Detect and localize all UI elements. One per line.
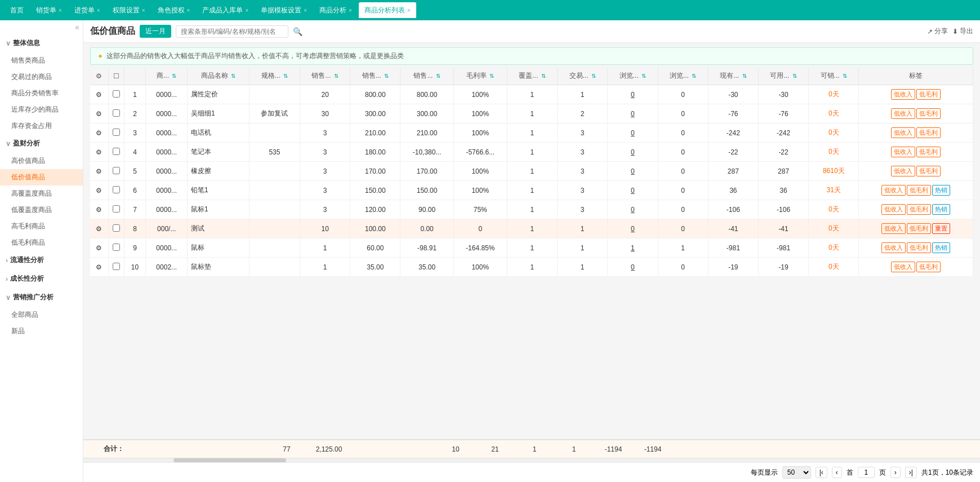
collapse-icon[interactable]: «: [75, 23, 79, 32]
prev-page-button[interactable]: ‹: [832, 467, 842, 478]
nav-close-icon[interactable]: ×: [97, 7, 100, 14]
cell-settings[interactable]: ⚙: [90, 104, 108, 123]
row-checkbox[interactable]: [113, 263, 120, 270]
search-icon[interactable]: 🔍: [293, 27, 302, 36]
nav-item-销货单[interactable]: 销货单×: [30, 2, 68, 18]
cell-settings[interactable]: ⚙: [90, 238, 108, 258]
nav-item-单据模板设置[interactable]: 单据模板设置×: [255, 2, 313, 18]
cell-browse1[interactable]: 0: [608, 104, 658, 123]
sidebar-item-高价值商品[interactable]: 高价值商品: [0, 153, 83, 169]
cell-checkbox[interactable]: [108, 200, 124, 219]
row-checkbox[interactable]: [113, 224, 120, 232]
sidebar-item-库存资金占用[interactable]: 库存资金占用: [0, 118, 83, 134]
sidebar-group-整体信息[interactable]: ∨整体信息: [0, 34, 83, 52]
cell-checkbox[interactable]: [108, 238, 124, 258]
browse1-link[interactable]: 0: [631, 206, 635, 214]
cell-checkbox[interactable]: [108, 181, 124, 200]
cell-checkbox[interactable]: [108, 258, 124, 277]
row-checkbox[interactable]: [113, 167, 120, 174]
cell-settings[interactable]: ⚙: [90, 258, 108, 277]
col-coverage[interactable]: 覆盖... ⇅: [507, 67, 557, 85]
row-checkbox[interactable]: [113, 186, 120, 193]
first-page-button[interactable]: |‹: [816, 467, 827, 478]
cell-settings[interactable]: ⚙: [90, 162, 108, 181]
browse1-link[interactable]: 0: [631, 110, 635, 118]
sidebar-item-新品[interactable]: 新品: [0, 323, 83, 339]
col-settings[interactable]: ⚙: [90, 67, 108, 85]
col-stock-avail[interactable]: 可用... ⇅: [758, 67, 808, 85]
page-size-select[interactable]: 50 100 200: [782, 466, 811, 479]
cell-checkbox[interactable]: [108, 143, 124, 162]
col-sale-cost[interactable]: 销售... ⇅: [400, 67, 453, 85]
col-gross-rate[interactable]: 毛利率 ⇅: [453, 67, 507, 85]
page-input[interactable]: [858, 467, 875, 478]
settings-icon[interactable]: ⚙: [96, 263, 102, 271]
nav-item-角色授权[interactable]: 角色授权×: [152, 2, 196, 18]
sidebar-item-交易过的商品[interactable]: 交易过的商品: [0, 69, 83, 85]
sidebar-item-近库存少的商品[interactable]: 近库存少的商品: [0, 101, 83, 118]
col-trade[interactable]: 交易... ⇅: [558, 67, 608, 85]
cell-checkbox[interactable]: [108, 104, 124, 123]
settings-icon[interactable]: ⚙: [96, 187, 102, 194]
nav-close-icon[interactable]: ×: [245, 7, 248, 14]
row-checkbox[interactable]: [113, 244, 120, 251]
sidebar-item-高覆盖度商品[interactable]: 高覆盖度商品: [0, 185, 83, 202]
col-browse1[interactable]: 浏览... ⇅: [608, 67, 658, 85]
sidebar-group-盈财分析[interactable]: ∨盈财分析: [0, 134, 83, 153]
nav-close-icon[interactable]: ×: [407, 7, 411, 14]
col-sale-qty[interactable]: 销售... ⇅: [300, 67, 350, 85]
nav-item-商品分析[interactable]: 商品分析×: [314, 2, 358, 18]
row-checkbox[interactable]: [113, 205, 120, 213]
sidebar-item-低价值商品[interactable]: 低价值商品: [0, 169, 83, 185]
filter-button[interactable]: 近一月: [140, 25, 171, 38]
col-stock-now[interactable]: 现有... ⇅: [708, 67, 758, 85]
col-code[interactable]: 商... ⇅: [146, 67, 187, 85]
browse1-link[interactable]: 0: [631, 225, 635, 233]
share-button[interactable]: ↗ 分享: [927, 26, 948, 36]
export-button[interactable]: ⬇ 导出: [952, 26, 973, 36]
next-page-button[interactable]: ›: [890, 467, 901, 478]
nav-close-icon[interactable]: ×: [59, 7, 62, 14]
cell-browse1[interactable]: 1: [608, 238, 658, 258]
cell-settings[interactable]: ⚙: [90, 200, 108, 219]
cell-browse1[interactable]: 0: [608, 181, 658, 200]
browse1-link[interactable]: 0: [631, 187, 635, 194]
cell-browse1[interactable]: 0: [608, 143, 658, 162]
settings-icon[interactable]: ⚙: [96, 110, 102, 118]
browse1-link[interactable]: 0: [631, 129, 635, 137]
cell-browse1[interactable]: 0: [608, 162, 658, 181]
col-stock-sale[interactable]: 可销... ⇅: [809, 67, 859, 85]
cell-settings[interactable]: ⚙: [90, 143, 108, 162]
settings-icon[interactable]: ⚙: [96, 206, 102, 214]
sidebar-item-低覆盖度商品[interactable]: 低覆盖度商品: [0, 202, 83, 218]
nav-item-首页[interactable]: 首页: [5, 2, 29, 18]
search-input[interactable]: [176, 25, 288, 38]
sidebar-item-销售类商品[interactable]: 销售类商品: [0, 52, 83, 69]
sidebar-group-营销推广分析[interactable]: ∨营销推广分析: [0, 288, 83, 307]
sidebar-item-低毛利商品[interactable]: 低毛利商品: [0, 235, 83, 251]
cell-checkbox[interactable]: [108, 219, 124, 238]
nav-item-产成品入库单[interactable]: 产成品入库单×: [197, 2, 254, 18]
col-name[interactable]: 商品名称 ⇅: [187, 67, 249, 85]
cell-browse1[interactable]: 0: [608, 123, 658, 143]
nav-item-商品分析列表[interactable]: 商品分析列表×: [359, 2, 416, 18]
settings-icon[interactable]: ⚙: [96, 91, 102, 99]
nav-close-icon[interactable]: ×: [304, 7, 307, 14]
nav-close-icon[interactable]: ×: [142, 7, 145, 14]
col-browse2[interactable]: 浏览... ⇅: [658, 67, 708, 85]
sidebar-group-成长性分析[interactable]: ›成长性分析: [0, 269, 83, 288]
browse1-link[interactable]: 1: [631, 244, 635, 252]
cell-browse1[interactable]: 0: [608, 219, 658, 238]
nav-item-权限设置[interactable]: 权限设置×: [107, 2, 151, 18]
cell-browse1[interactable]: 0: [608, 258, 658, 277]
row-checkbox[interactable]: [113, 90, 120, 98]
row-checkbox[interactable]: [113, 109, 120, 117]
row-checkbox[interactable]: [113, 148, 120, 155]
settings-icon[interactable]: ⚙: [96, 129, 102, 137]
nav-close-icon[interactable]: ×: [187, 7, 190, 14]
browse1-link[interactable]: 0: [631, 263, 635, 271]
settings-icon[interactable]: ⚙: [96, 148, 102, 156]
col-sale-amount[interactable]: 销售... ⇅: [350, 67, 400, 85]
sidebar-item-全部商品[interactable]: 全部商品: [0, 307, 83, 323]
cell-checkbox[interactable]: [108, 123, 124, 143]
